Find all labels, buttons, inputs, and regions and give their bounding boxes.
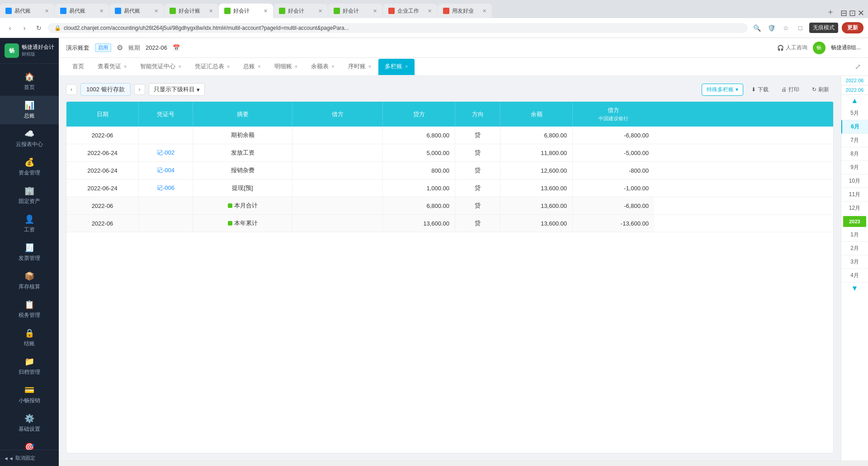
date-nav-item[interactable]: 5月 — [841, 107, 868, 120]
sidebar-item-home[interactable]: 🏠 首页 — [0, 67, 59, 96]
cell-voucher[interactable]: 记-002 — [139, 144, 193, 161]
page-tab-close-icon[interactable]: × — [405, 64, 408, 69]
date-nav-item[interactable]: 4月 — [841, 269, 868, 282]
forward-button[interactable]: › — [19, 23, 30, 33]
extensions-icon[interactable]: □ — [795, 23, 806, 33]
page-tab-balance-sheet[interactable]: 余额表× — [305, 59, 340, 75]
browser-tab-4[interactable]: 好会计账 ✕ — [164, 4, 218, 18]
minimize-button[interactable]: ⊟ — [840, 8, 847, 18]
next-account-button[interactable]: › — [134, 84, 145, 95]
refresh-button[interactable]: ↻ 刷新 — [807, 84, 834, 95]
settings-icon[interactable]: ⚙ — [117, 43, 123, 52]
scroll-down-button[interactable]: ▼ — [841, 282, 868, 294]
browser-tab-5[interactable]: 好会计 ✕ — [219, 4, 273, 18]
browser-tab-2[interactable]: 易代账 ✕ — [55, 4, 109, 18]
page-tab-general-ledger[interactable]: 总账× — [237, 59, 267, 75]
scroll-up-button[interactable]: ▲ — [841, 95, 868, 107]
browser-tab-3[interactable]: 易代账 ✕ — [109, 4, 164, 18]
browser-tab-8[interactable]: 企业工作 ✕ — [383, 4, 437, 18]
page-tab-smart-center[interactable]: 智能凭证中心× — [134, 59, 187, 75]
cell-debit-bank: -5,000.00 — [573, 144, 654, 161]
tab-close-icon[interactable]: ✕ — [428, 8, 432, 14]
cell-voucher[interactable]: 记-004 — [139, 162, 193, 179]
sidebar-item-invoice-mgmt[interactable]: 🧾 发票管理 — [0, 238, 59, 267]
tab-close-icon[interactable]: ✕ — [482, 8, 486, 14]
date-nav-item[interactable]: 10月 — [841, 174, 868, 188]
page-tab-home[interactable]: 首页 — [66, 59, 90, 75]
new-tab-button[interactable]: ＋ — [824, 5, 837, 18]
browser-tab-6[interactable]: 好会计 ✕ — [274, 4, 328, 18]
tabs-collapse-button[interactable]: ⤢ — [855, 62, 861, 71]
date-nav-item[interactable]: 9月 — [841, 161, 868, 174]
print-button[interactable]: 🖨 打印 — [777, 84, 804, 95]
download-button[interactable]: ⬇ 下载 — [747, 84, 773, 95]
close-window-button[interactable]: ✕ — [858, 8, 864, 18]
tab-close-icon[interactable]: ✕ — [45, 8, 49, 14]
sidebar-item-close-account[interactable]: 🔒 结账 — [0, 324, 59, 352]
tab-close-icon[interactable]: ✕ — [209, 8, 213, 14]
year-badge[interactable]: 2023 — [843, 216, 866, 227]
page-tab-close-icon[interactable]: × — [368, 64, 371, 69]
date-nav-item[interactable]: 8月 — [841, 147, 868, 161]
sidebar-item-basic-settings[interactable]: ⚙️ 基础设置 — [0, 409, 59, 438]
search-browser-button[interactable]: 🔍 — [751, 23, 762, 33]
date-nav-header-2: 2022.06 — [841, 85, 868, 95]
col-header-direction: 方向 — [455, 102, 500, 127]
sidebar-item-guide[interactable]: 🎯 新手引导 — [0, 438, 59, 450]
date-nav-item[interactable]: 7月 — [841, 134, 868, 147]
date-nav-item[interactable]: 1月 — [841, 228, 868, 242]
page-tab-view-voucher[interactable]: 查看凭证× — [91, 59, 133, 75]
page-tab-close-icon[interactable]: × — [124, 64, 127, 69]
tab-close-icon[interactable]: ✕ — [373, 8, 377, 14]
sidebar-item-expense[interactable]: 💳 小畅报销 — [0, 381, 59, 409]
sidebar-item-tax-mgmt[interactable]: 📋 税务管理 — [0, 295, 59, 324]
tab-close-icon[interactable]: ✕ — [99, 8, 104, 14]
expand-icon: ⤢ — [855, 63, 861, 71]
sidebar-item-fixed-assets[interactable]: 🏢 固定资产 — [0, 181, 59, 210]
browser-tab-1[interactable]: 易代账 ✕ — [0, 4, 54, 18]
star-icon[interactable]: ☆ — [780, 23, 791, 33]
sidebar-item-fund-mgmt[interactable]: 💰 资金管理 — [0, 153, 59, 181]
page-tab-close-icon[interactable]: × — [227, 64, 230, 69]
sidebar-item-inventory[interactable]: 📦 库存核算 — [0, 267, 59, 295]
back-button[interactable]: ‹ — [5, 23, 15, 33]
date-nav-item[interactable]: 2月 — [841, 242, 868, 255]
expense-icon: 💳 — [24, 385, 34, 395]
sidebar-item-cloud-report[interactable]: ☁️ 云报表中心 — [0, 124, 59, 153]
browser-tab-7[interactable]: 好会计 ✕ — [328, 4, 382, 18]
page-tab-voucher-summary[interactable]: 凭证汇总表× — [189, 59, 236, 75]
sidebar-item-archive[interactable]: 📁 归档管理 — [0, 352, 59, 381]
date-nav-item[interactable]: 3月 — [841, 255, 868, 269]
prev-account-button[interactable]: ‹ — [66, 84, 77, 95]
page-tab-close-icon[interactable]: × — [258, 64, 260, 69]
page-tab-journal[interactable]: 序时账× — [342, 59, 377, 75]
page-tab-detail-ledger[interactable]: 明细账× — [268, 59, 304, 75]
date-nav-item[interactable]: 11月 — [841, 188, 868, 202]
sidebar-item-general-ledger[interactable]: 📊 总账 — [0, 96, 59, 124]
tab-close-icon[interactable]: ✕ — [318, 8, 322, 14]
consultant-button[interactable]: 🎧 人工咨询 — [777, 44, 807, 52]
tab-close-icon[interactable]: ✕ — [154, 8, 158, 14]
page-tab-close-icon[interactable]: × — [295, 64, 297, 69]
sidebar-item-salary[interactable]: 👤 工资 — [0, 210, 59, 238]
maximize-button[interactable]: ⊡ — [849, 8, 856, 18]
horizontal-scrollbar[interactable] — [59, 461, 868, 466]
page-tab-close-icon[interactable]: × — [178, 64, 181, 69]
page-tab-close-icon[interactable]: × — [331, 64, 334, 69]
calendar-icon[interactable]: 📅 — [173, 44, 180, 51]
wuhen-mode-button[interactable]: 无痕模式 — [809, 23, 838, 33]
address-bar[interactable]: 🔒 cloud2.chanjet.com/accounting/uh26t264… — [48, 23, 748, 33]
reload-button[interactable]: ↻ — [33, 23, 44, 33]
tab-close-icon[interactable]: ✕ — [264, 8, 268, 14]
page-tab-multi-column[interactable]: 多栏账× — [378, 59, 414, 75]
filter-select[interactable]: 只显示下级科目 ▾ — [149, 83, 205, 96]
special-multi-account-button[interactable]: 特殊多栏账 ▾ — [702, 84, 743, 96]
invoice-mgmt-icon: 🧾 — [24, 243, 34, 253]
date-nav-item[interactable]: 6月 — [841, 120, 868, 134]
update-button[interactable]: 更新 — [842, 22, 863, 33]
date-nav-item[interactable]: 12月 — [841, 202, 868, 215]
cell-voucher[interactable]: 记-006 — [139, 179, 193, 197]
shield-icon[interactable]: 🛡️ — [766, 23, 777, 33]
browser-tab-9[interactable]: 用友好业 ✕ — [438, 4, 492, 18]
unpin-button[interactable]: ◄◄ 取消固定 — [0, 450, 59, 466]
